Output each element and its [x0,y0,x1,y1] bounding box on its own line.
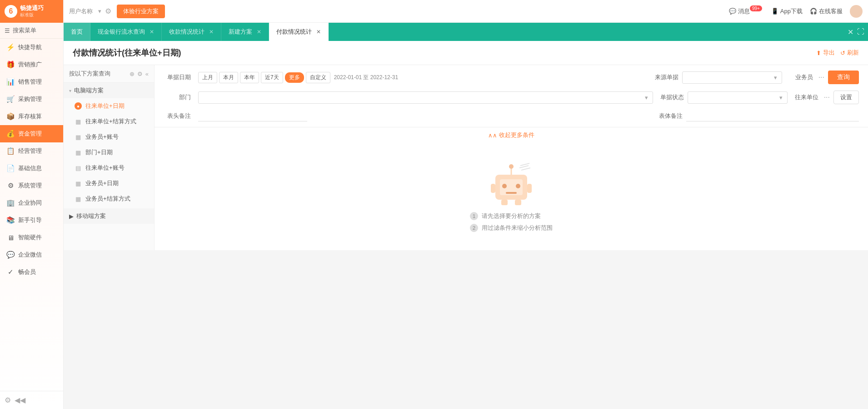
tab-receivable-close[interactable]: ✕ [209,29,214,35]
date-btn-this-year[interactable]: 本年 [240,72,259,83]
scheme-item-unit-account[interactable]: ▤ 往来单位+账号 [64,160,154,176]
empty-svg [484,161,539,207]
tab-bank-close[interactable]: ✕ [150,29,154,35]
query-btn[interactable]: 查询 [828,71,859,84]
search-menu[interactable]: ☰ 搜索菜单 [0,23,63,39]
scheme-item-dept-date[interactable]: ▦ 部门+日期 [64,145,154,160]
msg-badge: 99+ [750,5,762,11]
table-head-note-input[interactable] [198,111,307,121]
tab-new-scheme[interactable]: 新建方案 ✕ [221,23,269,41]
scheme-collapse-icon[interactable]: « [145,71,149,77]
collapse-sidebar-icon[interactable]: ◀◀ [15,396,25,404]
online-service-btn[interactable]: 🎧 在线客服 [810,7,843,15]
unit-dots[interactable]: ··· [824,93,830,101]
sidebar-item-inventory[interactable]: 📦 库存核算 [0,108,63,125]
refresh-icon: ↺ [840,50,845,56]
filter-row-1: 单据日期 上月 本月 本年 近7天 更多 自定义 2022-01-01 至 20… [164,71,859,84]
operation-icon: 📋 [6,147,15,155]
scheme-group-desktop-title[interactable]: ▾ 电脑端方案 [64,83,154,98]
app-download-btn[interactable]: 📱 App下载 [771,7,803,15]
empty-illustration [484,161,539,207]
date-btn-custom[interactable]: 自定义 [306,72,330,83]
sidebar-item-enterprise[interactable]: 🏢 企业协同 [0,194,63,212]
scheme-panel-title: 按以下方案查询 [69,70,110,78]
scheme-item-label: 往来单位+结算方式 [85,117,136,126]
tab-new-scheme-close[interactable]: ✕ [257,29,261,35]
staff-label: 业务员 [786,73,813,81]
message-icon: 💬 [729,8,736,15]
svg-rect-7 [501,200,508,205]
quick-nav-icon: ⚡ [6,43,15,51]
table-body-note-input[interactable] [686,111,859,121]
sidebar-item-member[interactable]: ✓ 畅会员 [0,263,63,281]
sidebar-item-wechat[interactable]: 💬 企业微信 [0,246,63,263]
date-btn-more[interactable]: 更多 [285,72,304,83]
scheme-item-staff-settle[interactable]: ▦ 业务员+结算方式 [64,191,154,207]
refresh-btn[interactable]: ↺ 刷新 [840,49,859,57]
tab-expand-icon[interactable]: ⛶ [857,28,864,36]
scheme-item-staff-date[interactable]: ▦ 业务员+日期 [64,176,154,191]
svg-line-11 [520,163,529,166]
sidebar-item-sales[interactable]: 📊 销售管理 [0,73,63,91]
tab-payment-stat-close[interactable]: ✕ [316,29,321,35]
tab-payment-stat[interactable]: 付款情况统计 ✕ [269,23,329,41]
sidebar-item-label: 系统管理 [18,182,42,190]
sidebar-item-fund[interactable]: 💰 资金管理 [0,125,63,142]
messages-btn[interactable]: 💬 消息 99+ [729,7,764,15]
source-select[interactable]: ▾ [682,71,782,84]
tab-home[interactable]: 首页 [64,23,90,41]
date-btn-last-month[interactable]: 上月 [198,72,217,83]
trial-btn[interactable]: 体验行业方案 [117,5,165,18]
guide-icon: 📚 [6,216,15,224]
hardware-icon: 🖥 [6,233,15,242]
filter-row-2: 部门 ▾ 单据状态 ▾ 往来单位 ··· 设置 [164,91,859,104]
setting-btn[interactable]: 设置 [833,91,859,104]
filter-row-3: 表头备注 表体备注 [164,111,859,121]
scheme-settings-icon[interactable]: ⚙ [137,71,143,77]
sidebar-item-system[interactable]: ⚙ 系统管理 [0,177,63,194]
tab-bank[interactable]: 现金银行流水查询 ✕ [90,23,162,41]
header-gear-icon[interactable]: ⚙ [105,7,111,15]
tab-close-all-icon[interactable]: ✕ [848,28,853,36]
scheme-panel-header-actions: ⊕ ⚙ « [130,71,149,77]
date-btn-this-month[interactable]: 本月 [219,72,238,83]
top-header: 用户名称 ▾ ⚙ 体验行业方案 💬 消息 99+ 📱 App下载 🎧 在线客服 [64,0,868,23]
system-icon: ⚙ [6,182,15,190]
source-select-arrow: ▾ [774,74,777,81]
date-btn-7days[interactable]: 近7天 [261,72,283,83]
sidebar-item-hardware[interactable]: 🖥 智能硬件 [0,229,63,246]
scheme-group-mobile-title[interactable]: ▶ 移动端方案 [64,208,154,224]
sidebar-item-quick-nav[interactable]: ⚡ 快捷导航 [0,39,63,56]
export-btn[interactable]: ⬆ 导出 [816,49,835,57]
voucher-status-select[interactable]: ▾ [688,91,788,104]
sidebar-item-basic[interactable]: 📄 基础信息 [0,160,63,177]
sidebar-nav: ⚡ 快捷导航 🎁 营销推广 📊 销售管理 🛒 采购管理 📦 库存核算 💰 资金管… [0,39,63,391]
sidebar-item-guide[interactable]: 📚 新手引导 [0,212,63,229]
group-title-label: 电脑端方案 [74,86,104,95]
scheme-item-unit-date[interactable]: ● 往来单位+日期 [64,98,154,114]
staff-dots[interactable]: ··· [818,73,824,81]
unit-settle-icon: ▦ [75,118,82,125]
scheme-item-unit-settle[interactable]: ▦ 往来单位+结算方式 [64,114,154,129]
page-header: 付款情况统计(往来单位+日期) ⬆ 导出 ↺ 刷新 [64,41,868,65]
tab-receivable[interactable]: 收款情况统计 ✕ [162,23,221,41]
scheme-item-staff-account[interactable]: ▦ 业务员+账号 [64,129,154,145]
page-header-actions: ⬆ 导出 ↺ 刷新 [816,49,859,57]
dept-select[interactable]: ▾ [198,91,653,104]
empty-tip-1: 1 请先选择要分析的方案 [470,212,553,220]
sidebar-item-operation[interactable]: 📋 经营管理 [0,142,63,160]
mobile-group-arrow-icon: ▶ [69,213,74,220]
header-dropdown-icon[interactable]: ▾ [98,8,101,15]
unit-label: 往来单位 [791,93,818,101]
svg-point-2 [502,184,507,188]
enterprise-icon: 🏢 [6,199,15,207]
settings-icon[interactable]: ⚙ [5,396,11,404]
filter-form: 单据日期 上月 本月 本年 近7天 更多 自定义 2022-01-01 至 20… [155,65,868,127]
collapse-bar[interactable]: ∧∧ 收起更多条件 [155,127,868,143]
header-right: 💬 消息 99+ 📱 App下载 🎧 在线客服 [729,5,863,18]
add-scheme-icon[interactable]: ⊕ [130,71,135,77]
sidebar-item-marketing[interactable]: 🎁 营销推广 [0,56,63,73]
dept-label: 部门 [164,93,191,101]
sidebar-item-label: 企业微信 [18,251,42,259]
sidebar-item-purchase[interactable]: 🛒 采购管理 [0,91,63,108]
